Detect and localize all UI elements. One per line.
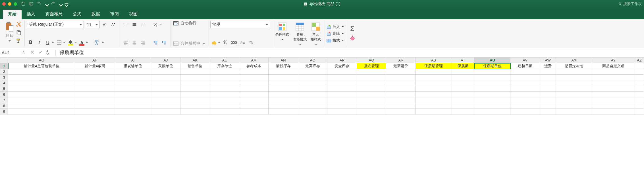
tab-view[interactable]: 视图 [124,10,143,19]
cell[interactable]: 销售单位 [180,63,210,69]
conditional-formatting-button[interactable]: 条件格式 [275,22,289,42]
cell[interactable] [510,75,540,80]
cell[interactable] [180,80,210,86]
cell[interactable] [8,86,75,92]
phonetic-dropdown[interactable] [101,41,104,44]
cell[interactable] [210,109,239,114]
select-all-corner[interactable] [0,58,8,63]
cell[interactable] [298,86,327,92]
cell[interactable] [540,86,556,92]
cell[interactable] [416,75,452,80]
cell[interactable] [357,103,386,109]
cell[interactable] [210,80,239,86]
col-header[interactable]: AT [452,58,474,63]
row-header[interactable]: 6 [0,92,8,97]
cell[interactable] [416,92,452,97]
cell[interactable] [8,80,75,86]
align-center-icon[interactable] [131,39,138,46]
col-header[interactable]: AP [327,58,357,63]
cell[interactable] [151,69,180,75]
cell[interactable] [556,80,592,86]
cell[interactable] [115,103,151,109]
cell[interactable] [357,75,386,80]
cell[interactable] [635,97,644,103]
decrease-decimal-icon[interactable]: .00.0 [247,39,255,46]
orientation-dropdown[interactable] [159,23,162,26]
delete-cells-button[interactable]: 删除 [326,31,344,36]
underline-dropdown[interactable] [51,41,54,44]
cell[interactable] [8,97,75,103]
cell[interactable] [386,80,416,86]
col-header[interactable]: AZ [635,58,644,63]
cell[interactable] [556,75,592,80]
cell[interactable] [386,69,416,75]
cell[interactable] [239,75,268,80]
cell[interactable] [357,69,386,75]
cell[interactable] [592,109,635,114]
cell[interactable] [75,97,115,103]
cell[interactable] [556,69,592,75]
undo-icon[interactable] [37,1,41,7]
cell[interactable] [635,103,644,109]
cell[interactable] [151,86,180,92]
row-header[interactable]: 5 [0,86,8,92]
window-zoom[interactable] [14,2,17,6]
cell[interactable] [635,80,644,86]
spreadsheet-grid[interactable]: AGAHAIAJAKALAMANAOAPAQARASATAUAVAWAXAYAZ… [0,57,644,114]
cell[interactable] [115,97,151,103]
border-dropdown[interactable] [63,41,66,44]
cell[interactable] [452,69,474,75]
align-right-icon[interactable] [139,39,147,46]
decrease-font-icon[interactable]: A [109,21,117,28]
row-header[interactable]: 3 [0,75,8,80]
cell[interactable] [592,80,635,86]
currency-button[interactable] [210,39,218,46]
font-color-button[interactable]: A [78,39,86,46]
cell[interactable] [115,69,151,75]
cell[interactable] [298,92,327,97]
tab-home[interactable]: 开始 [3,10,22,19]
col-header[interactable]: AI [115,58,151,63]
cell[interactable] [75,75,115,80]
cell[interactable] [115,80,151,86]
cell[interactable] [269,109,298,114]
cell[interactable] [556,86,592,92]
cell[interactable] [452,75,474,80]
cell[interactable] [239,109,268,114]
cell[interactable] [592,69,635,75]
col-header[interactable]: AL [210,58,239,63]
cell[interactable] [298,80,327,86]
cell[interactable]: 保质期单位 [474,63,510,69]
col-header[interactable]: AH [75,58,115,63]
cell[interactable] [510,86,540,92]
cell-styles-button[interactable]: 单元 格样式 [311,22,321,46]
cell[interactable] [540,109,556,114]
cell[interactable] [269,80,298,86]
cell[interactable] [357,92,386,97]
row-header[interactable]: 1 [0,63,8,69]
format-as-table-button[interactable]: 套用 表格格式 [293,22,307,46]
col-header[interactable]: AQ [357,58,386,63]
copy-icon[interactable] [16,30,22,36]
cell[interactable] [151,75,180,80]
cell[interactable] [474,109,510,114]
clear-icon[interactable] [349,35,356,42]
cell[interactable] [298,109,327,114]
cell[interactable] [239,103,268,109]
window-minimize[interactable] [8,2,11,6]
cell[interactable] [474,92,510,97]
cell[interactable] [239,92,268,97]
phonetic-guide-button[interactable]: abcA [93,39,100,46]
cell[interactable] [386,109,416,114]
cell[interactable] [474,97,510,103]
qat-customize[interactable] [64,3,67,5]
underline-button[interactable]: U [44,39,51,46]
cell[interactable]: 最新进价 [386,63,416,69]
cell[interactable] [635,63,644,69]
cell[interactable] [151,103,180,109]
cell[interactable] [327,97,357,103]
percent-button[interactable]: % [222,39,229,46]
cell[interactable] [327,69,357,75]
cell[interactable]: 报表辅单位 [115,63,151,69]
row-header[interactable]: 7 [0,97,8,103]
